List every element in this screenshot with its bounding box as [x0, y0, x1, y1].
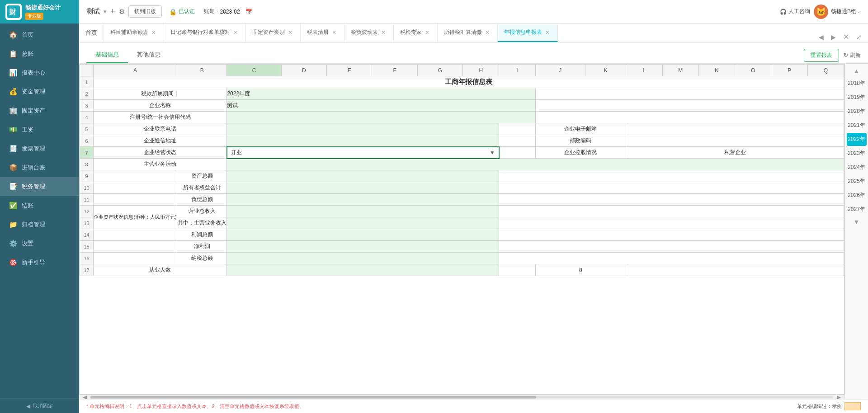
scroll-thumb[interactable] [90, 396, 536, 399]
row14-empty [499, 229, 844, 241]
row-num-17: 17 [80, 264, 94, 276]
row6-value[interactable] [227, 135, 499, 147]
sidebar-item-settings[interactable]: ⚙️ 设置 [0, 234, 79, 253]
tab-subject-balance[interactable]: 科目辅助余额表 ✕ [104, 23, 164, 42]
tab-tax-expert[interactable]: 税检专家 ✕ [394, 23, 438, 42]
tab-journal-bank[interactable]: 日记账与银行对账单核对 ✕ [164, 23, 246, 42]
add-tab-icon[interactable]: + [110, 7, 115, 16]
row7-right-value[interactable]: 私营企业 [626, 147, 844, 159]
tab-tax-table[interactable]: 税表清册 ✕ [301, 23, 344, 42]
row8-value[interactable] [227, 159, 844, 170]
col-header-j: J [535, 65, 585, 76]
row17-value[interactable] [227, 264, 499, 276]
year-item-2019[interactable]: 2019年 [847, 91, 867, 104]
year-down-button[interactable]: ▼ [849, 216, 865, 227]
row5-value[interactable] [227, 123, 499, 135]
sidebar-item-salary[interactable]: 💵 工资 [0, 120, 79, 139]
tab-next-icon[interactable]: ▶ [828, 33, 839, 42]
unfix-button[interactable]: ◀ 取消固定 [0, 399, 79, 413]
sidebar-item-home[interactable]: 🏠 首页 [0, 25, 79, 44]
row14-value[interactable] [227, 229, 499, 241]
row11-a [94, 194, 177, 206]
calendar-icon[interactable]: 📅 [245, 9, 252, 15]
row4-value[interactable] [227, 112, 535, 123]
service-button[interactable]: 🎧 人工咨询 [780, 8, 810, 15]
reset-button[interactable]: 重置报表 [804, 49, 839, 62]
scroll-right-icon[interactable]: ▶ [835, 394, 843, 399]
tab-home[interactable]: 首页 [79, 23, 104, 42]
sidebar-item-invoice[interactable]: 🧾 发票管理 [0, 139, 79, 158]
row9-value[interactable] [227, 170, 499, 182]
year-item-2022[interactable]: 2022年 [847, 133, 867, 146]
year-item-2023[interactable]: 2023年 [847, 147, 867, 160]
row9-empty [499, 170, 844, 182]
sidebar-item-stockledger[interactable]: 📦 进销台账 [0, 158, 79, 177]
sheet-title-cell[interactable]: 工商年报信息表 [94, 76, 844, 88]
scroll-track[interactable] [90, 396, 833, 399]
year-item-2025[interactable]: 2025年 [847, 175, 867, 188]
gear-icon[interactable]: ⚙ [119, 8, 125, 16]
spreadsheet[interactable]: A B C D E F G H I J K L [79, 64, 844, 394]
tab-subject-balance-close[interactable]: ✕ [150, 29, 157, 36]
tab-close-all-icon[interactable]: ✕ [840, 32, 852, 42]
col-header-b: B [177, 65, 227, 76]
row7-dropdown-cell[interactable]: 开业 ▼ [227, 147, 499, 159]
sidebar-item-ledger[interactable]: 📋 总账 [0, 44, 79, 63]
year-item-2021[interactable]: 2021年 [847, 119, 867, 132]
horizontal-scrollbar[interactable]: ◀ ▶ [79, 394, 844, 399]
row6-right-value[interactable] [626, 135, 844, 147]
row4-label: 注册号/统一社会信用代码 [94, 112, 227, 123]
tab-income-tax-close[interactable]: ✕ [484, 29, 491, 36]
unfix-label: 取消固定 [33, 403, 53, 409]
year-item-2018[interactable]: 2018年 [847, 77, 867, 90]
row10-value[interactable] [227, 182, 499, 194]
year-up-button[interactable]: ▲ [849, 66, 865, 76]
inner-tab-other[interactable]: 其他信息 [128, 47, 170, 63]
sidebar-item-tax[interactable]: 📑 税务管理 [0, 177, 79, 196]
sidebar-item-archive[interactable]: 📁 归档管理 [0, 215, 79, 234]
sidebar-item-close[interactable]: ✅ 结账 [0, 196, 79, 215]
bottom-note: * 单元格编辑说明：1、点击单元格直接录入数值或文本。2、清空单元格数值或文本恢… [86, 403, 304, 410]
tab-tax-burden[interactable]: 税负波动表 ✕ [344, 23, 394, 42]
tab-annual-report-label: 年报信息申报表 [504, 28, 542, 36]
year-item-2027[interactable]: 2027年 [847, 203, 867, 216]
user-menu[interactable]: 🐱 畅捷通B组... [814, 5, 861, 19]
dropdown-arrow-icon[interactable]: ▾ [104, 8, 107, 15]
sidebar-item-fund[interactable]: 💰 资金管理 [0, 82, 79, 101]
table-row: 12 企业资产状况信息(币种：人民币万元) 营业总收入 [80, 206, 844, 217]
tab-expand-icon[interactable]: ⤢ [854, 33, 864, 42]
salary-icon: 💵 [9, 126, 17, 134]
row16-value[interactable] [227, 253, 499, 264]
inner-tab-basic[interactable]: 基础信息 [86, 47, 128, 63]
scroll-left-icon[interactable]: ◀ [81, 394, 89, 399]
ledger-icon: 📋 [9, 50, 17, 58]
sidebar-item-assets[interactable]: 🏢 固定资产 [0, 101, 79, 120]
tab-journal-bank-close[interactable]: ✕ [232, 29, 239, 36]
tab-tax-burden-close[interactable]: ✕ [380, 29, 387, 36]
tab-fixed-assets-cat[interactable]: 固定资产类别 ✕ [246, 23, 301, 42]
old-version-button[interactable]: 切到旧版 [128, 5, 162, 18]
year-item-2020[interactable]: 2020年 [847, 105, 867, 118]
sidebar-nav: 🏠 首页 📋 总账 📊 报表中心 💰 资金管理 🏢 固定资产 💵 工资 🧾 发票… [0, 23, 79, 399]
tab-income-tax[interactable]: 所得税汇算清缴 ✕ [438, 23, 498, 42]
tab-fixed-assets-cat-close[interactable]: ✕ [287, 29, 294, 36]
sidebar-item-guide[interactable]: 🎯 新手引导 [0, 253, 79, 272]
row13-value[interactable] [227, 217, 499, 229]
sidebar-item-report[interactable]: 📊 报表中心 [0, 63, 79, 82]
refresh-button[interactable]: ↻ 刷新 [844, 52, 861, 59]
row2-value[interactable]: 2022年度 [227, 88, 535, 100]
year-item-2024[interactable]: 2024年 [847, 161, 867, 174]
tab-prev-icon[interactable]: ◀ [816, 33, 826, 42]
col-header-h: H [463, 65, 499, 76]
year-item-2026[interactable]: 2026年 [847, 189, 867, 202]
row3-value[interactable]: 测试 [227, 100, 535, 112]
tab-tax-expert-close[interactable]: ✕ [424, 29, 431, 36]
row5-right-value[interactable] [626, 123, 844, 135]
row11-value[interactable] [227, 194, 499, 206]
tab-annual-report[interactable]: 年报信息申报表 ✕ [498, 23, 558, 42]
tab-annual-report-close[interactable]: ✕ [544, 29, 551, 36]
row12-value[interactable] [227, 206, 499, 217]
row16-b: 纳税总额 [177, 253, 227, 264]
tab-tax-table-close[interactable]: ✕ [330, 29, 338, 36]
row15-value[interactable] [227, 241, 499, 253]
